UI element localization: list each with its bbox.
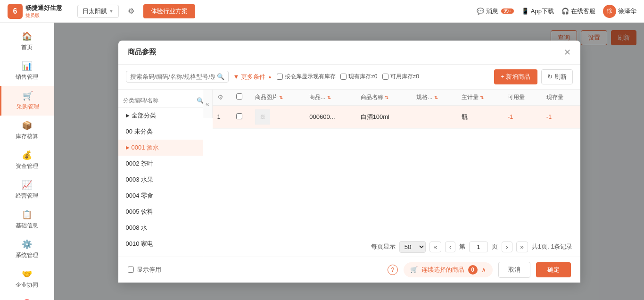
table-scroll[interactable]: ⚙ 商品图片 ⇅ bbox=[213, 90, 580, 237]
cat-item-liquor[interactable]: ▶ 0001 酒水 bbox=[118, 140, 203, 156]
cart-icon: 🛒 bbox=[410, 266, 418, 273]
cat-search-icon[interactable]: 🔍 bbox=[197, 97, 203, 104]
sort-unit-icon[interactable]: ⇅ bbox=[480, 95, 484, 100]
cat-sidebar-wrapper: 🔍 ▶ 全部分类 00 未分类 ▶ 0001 酒水 bbox=[118, 90, 213, 257]
help-icon[interactable]: ? bbox=[388, 265, 398, 275]
logo-area: 6 畅捷通好生意 捷员版 bbox=[8, 4, 62, 19]
cat-search-wrap[interactable]: 🔍 bbox=[118, 94, 203, 108]
expand-arrow-icon: ▶ bbox=[126, 113, 130, 118]
td-spec bbox=[412, 105, 456, 128]
modal-title: 商品参照 bbox=[128, 48, 156, 57]
chevron-up-icon: ▲ bbox=[267, 74, 272, 79]
next-page-btn[interactable]: › bbox=[502, 242, 512, 252]
sidebar-item-purchase[interactable]: 🛒 采购管理 bbox=[0, 86, 54, 116]
th-checkbox bbox=[231, 90, 250, 106]
main-layout: 🏠 首页 📊 销售管理 🛒 采购管理 📦 库存核算 💰 资金管理 📈 经营管理 … bbox=[0, 23, 644, 300]
td-checkbox[interactable] bbox=[231, 105, 250, 128]
cat-item-appliance[interactable]: 0010 家电 bbox=[118, 236, 203, 252]
search-icon[interactable]: 🔍 bbox=[217, 73, 224, 80]
table-area: ⚙ 商品图片 ⇅ bbox=[213, 90, 580, 257]
sidebar-item-basic-info[interactable]: 📋 基础信息 bbox=[0, 205, 54, 234]
sidebar-item-guide[interactable]: 🎯 新手引导 bbox=[0, 294, 54, 300]
config-icon[interactable]: ⚙ bbox=[217, 93, 223, 101]
product-reference-modal: 商品参照 ✕ 🔍 ▼ 更多条件 ▲ 按仓 bbox=[118, 41, 580, 283]
finance-icon: 💰 bbox=[22, 150, 32, 160]
sidebar-item-enterprise[interactable]: 🤝 企业协同 bbox=[0, 264, 54, 294]
page-number-input[interactable] bbox=[469, 242, 488, 252]
sidebar-item-system[interactable]: ⚙️ 系统管理 bbox=[0, 234, 54, 264]
settings-icon[interactable]: ⚙ bbox=[124, 5, 138, 18]
cat-item-all[interactable]: ▶ 全部分类 bbox=[118, 108, 203, 124]
cat-item-beverage[interactable]: 0005 饮料 bbox=[118, 204, 203, 220]
cat-item-snack[interactable]: 0004 零食 bbox=[118, 188, 203, 204]
td-available: -1 bbox=[503, 105, 542, 128]
last-page-btn[interactable]: » bbox=[516, 242, 528, 252]
search-input[interactable] bbox=[130, 73, 215, 80]
sort-image-icon[interactable]: ⇅ bbox=[279, 95, 283, 100]
sidebar-item-inventory[interactable]: 📦 库存核算 bbox=[0, 116, 54, 145]
modal-overlay: 商品参照 ✕ 🔍 ▼ 更多条件 ▲ 按仓 bbox=[54, 23, 644, 300]
message-icon: 💬 bbox=[477, 8, 484, 15]
enterprise-icon: 🤝 bbox=[22, 269, 32, 279]
sidebar: 🏠 首页 📊 销售管理 🛒 采购管理 📦 库存核算 💰 资金管理 📈 经营管理 … bbox=[0, 23, 54, 300]
brand-text: 畅捷通好生意 捷员版 bbox=[25, 4, 62, 19]
th-code: 商品... ⇅ bbox=[305, 90, 355, 106]
filter-more-btn[interactable]: ▼ 更多条件 ▲ bbox=[233, 73, 272, 81]
prev-page-btn[interactable]: ‹ bbox=[445, 242, 455, 252]
stock-ne0-checkbox[interactable]: 现有库存≠0 bbox=[340, 73, 377, 81]
select-all-checkbox[interactable] bbox=[236, 93, 242, 100]
store-selector[interactable]: 日太阳膜 ▼ bbox=[77, 5, 119, 18]
experience-btn[interactable]: 体验行业方案 bbox=[143, 4, 195, 18]
table-row[interactable]: 1 🖼 000600... 白酒100ml 瓶 bbox=[213, 105, 580, 128]
refresh-btn[interactable]: ↻ 刷新 bbox=[541, 69, 573, 84]
modal-body: 🔍 ▶ 全部分类 00 未分类 ▶ 0001 酒水 bbox=[118, 90, 580, 257]
cat-item-unsorted[interactable]: 00 未分类 bbox=[118, 124, 203, 140]
message-btn[interactable]: 💬 消息 99+ bbox=[477, 7, 514, 16]
show-disabled-label[interactable]: 显示停用 bbox=[128, 266, 161, 274]
basic-info-icon: 📋 bbox=[22, 209, 32, 220]
sort-name-icon[interactable]: ⇅ bbox=[385, 95, 388, 100]
user-profile[interactable]: 徐 徐泽华 bbox=[603, 5, 636, 18]
th-current-stock: 现存量 bbox=[542, 90, 580, 106]
toolbar-right: + 新增商品 ↻ 刷新 bbox=[494, 69, 572, 84]
product-table: ⚙ 商品图片 ⇅ bbox=[213, 90, 580, 129]
sidebar-item-home[interactable]: 🏠 首页 bbox=[0, 26, 54, 56]
app-download-btn[interactable]: 📱 App下载 bbox=[521, 7, 554, 16]
th-config: ⚙ bbox=[213, 90, 231, 106]
warehouse-stock-checkbox[interactable]: 按仓库显示现有库存 bbox=[277, 73, 336, 81]
th-spec: 规格... ⇅ bbox=[412, 90, 456, 106]
show-disabled-checkbox[interactable] bbox=[128, 267, 134, 273]
available-ne0-checkbox[interactable]: 可用库存≠0 bbox=[382, 73, 419, 81]
td-current-stock: -1 bbox=[542, 105, 580, 128]
modal-footer: 显示停用 ? 🛒 连续选择的商品 0 ∧ 取消 bbox=[118, 257, 580, 283]
cancel-btn[interactable]: 取消 bbox=[498, 262, 530, 278]
cart-summary: 🛒 连续选择的商品 0 ∧ bbox=[404, 262, 493, 277]
table-header-row: ⚙ 商品图片 ⇅ bbox=[213, 90, 580, 106]
sidebar-item-business[interactable]: 📈 经营管理 bbox=[0, 175, 54, 205]
td-image: 🖼 bbox=[250, 105, 305, 128]
cat-search-input[interactable] bbox=[123, 97, 194, 104]
confirm-btn[interactable]: 确定 bbox=[536, 262, 571, 277]
top-navigation: 6 畅捷通好生意 捷员版 日太阳膜 ▼ ⚙ 体验行业方案 💬 消息 99+ 📱 … bbox=[0, 0, 644, 23]
first-page-btn[interactable]: « bbox=[429, 242, 441, 252]
cat-item-fruit[interactable]: 0003 水果 bbox=[118, 172, 203, 188]
cat-item-tea[interactable]: 0002 茶叶 bbox=[118, 156, 203, 172]
td-name: 白酒100ml bbox=[356, 105, 412, 128]
inventory-icon: 📦 bbox=[22, 120, 32, 131]
cart-collapse-btn[interactable]: ∧ bbox=[481, 266, 486, 274]
cat-item-water[interactable]: 0008 水 bbox=[118, 220, 203, 236]
page-size-select[interactable]: 50 10 20 100 bbox=[399, 241, 426, 253]
th-available: 可用量 bbox=[503, 90, 542, 106]
sidebar-item-finance[interactable]: 💰 资金管理 bbox=[0, 145, 54, 175]
modal-close-btn[interactable]: ✕ bbox=[564, 47, 571, 58]
search-input-wrap[interactable]: 🔍 bbox=[126, 71, 229, 83]
sort-spec-icon[interactable]: ⇅ bbox=[434, 95, 438, 100]
online-service-btn[interactable]: 🎧 在线客服 bbox=[561, 7, 595, 16]
collapse-sidebar-btn[interactable]: « bbox=[203, 90, 213, 118]
modal-toolbar: 🔍 ▼ 更多条件 ▲ 按仓库显示现有库存 现有库存≠0 bbox=[118, 65, 580, 90]
add-product-btn[interactable]: + 新增商品 bbox=[494, 69, 537, 84]
td-num: 1 bbox=[213, 105, 231, 128]
sidebar-item-sales[interactable]: 📊 销售管理 bbox=[0, 56, 54, 86]
sort-code-icon[interactable]: ⇅ bbox=[327, 95, 331, 100]
system-icon: ⚙️ bbox=[22, 239, 32, 250]
